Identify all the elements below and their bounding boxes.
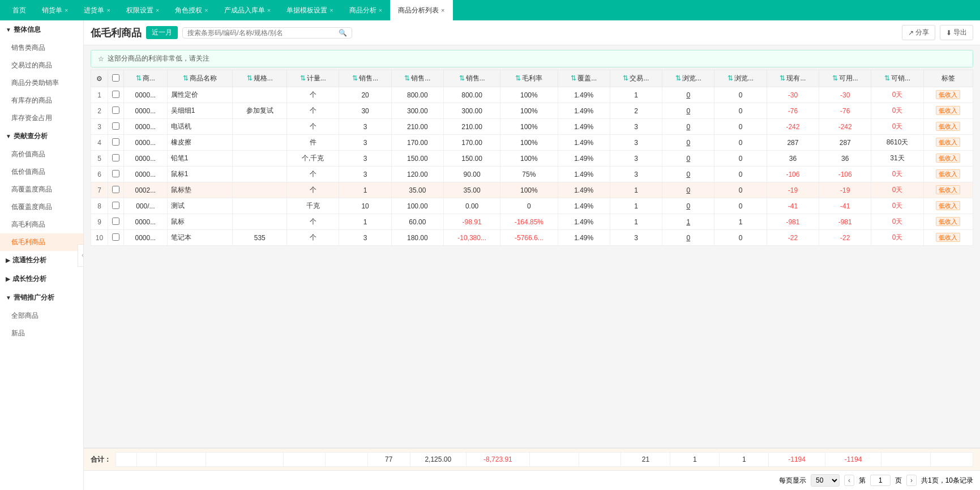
close-icon[interactable]: × — [156, 7, 159, 14]
row-code: 0002... — [124, 182, 168, 198]
col-sales-profit-header[interactable]: ⇅销售... — [444, 70, 500, 87]
main-layout: ▼ 整体信息 销售类商品 交易过的商品 商品分类助销率 有库存的商品 库存资金占… — [0, 20, 980, 490]
row-checkbox[interactable] — [108, 119, 124, 135]
select-all-checkbox[interactable] — [112, 74, 119, 82]
row-checkbox[interactable] — [108, 87, 124, 103]
row-tag: 低收入 — [923, 182, 973, 198]
col-coverage-header[interactable]: ⇅覆盖... — [558, 70, 610, 87]
next-page-button[interactable]: › — [906, 475, 917, 486]
col-settings[interactable]: ⚙ — [91, 70, 108, 87]
row-trade: 3 — [610, 119, 662, 135]
col-saleable-header[interactable]: ⇅可销... — [871, 70, 923, 87]
prev-page-button[interactable]: ‹ — [844, 475, 854, 486]
row-views1[interactable]: 0 — [662, 198, 714, 214]
row-gross-margin: 100% — [500, 151, 558, 167]
nav-product-analysis[interactable]: 商品分析 × — [341, 0, 390, 20]
sidebar-item-stock-products[interactable]: 有库存的商品 — [0, 92, 83, 109]
sidebar-item-high-margin[interactable]: 高毛利商品 — [0, 216, 83, 233]
nav-product-analysis-list[interactable]: 商品分析列表 × — [390, 0, 452, 20]
col-views1-header[interactable]: ⇅浏览... — [662, 70, 714, 87]
sidebar-collapse-button[interactable]: « — [78, 244, 84, 267]
col-code-header[interactable]: ⇅商... — [124, 70, 168, 87]
sidebar-item-stock-capital[interactable]: 库存资金占用 — [0, 109, 83, 127]
per-page-select[interactable]: 50 100 200 — [811, 474, 840, 487]
row-checkbox[interactable] — [108, 214, 124, 230]
sidebar-item-new-products[interactable]: 新品 — [0, 325, 83, 342]
row-views1[interactable]: 0 — [662, 151, 714, 167]
row-sales-price: 60.00 — [391, 214, 443, 230]
row-views1[interactable]: 1 — [662, 214, 714, 230]
page-number-input[interactable] — [870, 475, 891, 486]
sidebar-section-marketing[interactable]: ▼ 营销推广分析 — [0, 288, 83, 307]
sidebar-item-high-coverage[interactable]: 高覆盖度商品 — [0, 181, 83, 198]
row-views1[interactable]: 0 — [662, 87, 714, 103]
nav-permission-settings[interactable]: 权限设置 × — [118, 0, 167, 20]
row-num: 1 — [91, 87, 108, 103]
col-sales-count-header[interactable]: ⇅销售... — [339, 70, 391, 87]
row-sales-price: 150.00 — [391, 151, 443, 167]
row-views1[interactable]: 0 — [662, 167, 714, 182]
sidebar-section-overall[interactable]: ▼ 整体信息 — [0, 20, 83, 39]
col-tag-header[interactable]: 标签 — [923, 70, 973, 87]
sidebar-item-sales-products[interactable]: 销售类商品 — [0, 39, 83, 57]
nav-purchase-order[interactable]: 进货单 × — [76, 0, 118, 20]
settings-icon[interactable]: ⚙ — [96, 75, 102, 83]
sidebar-item-category-rate[interactable]: 商品分类助销率 — [0, 74, 83, 92]
sidebar-section-growth[interactable]: ▶ 成长性分析 — [0, 270, 83, 288]
nav-role-auth[interactable]: 角色授权 × — [167, 0, 216, 20]
close-icon[interactable]: × — [329, 7, 333, 14]
sidebar-section-liquidity[interactable]: ▶ 流通性分析 — [0, 251, 83, 270]
nav-product-storage[interactable]: 产成品入库单 × — [216, 0, 279, 20]
row-views1[interactable]: 0 — [662, 135, 714, 151]
row-sales-profit: 0.00 — [444, 198, 500, 214]
search-icon[interactable]: 🔍 — [339, 29, 347, 37]
col-name-header[interactable]: ⇅商品名称 — [167, 70, 233, 87]
col-available-header[interactable]: ⇅可用... — [819, 70, 871, 87]
col-sales-price-header[interactable]: ⇅销售... — [391, 70, 443, 87]
row-checkbox[interactable] — [108, 151, 124, 167]
nav-home[interactable]: 首页 — [5, 0, 34, 20]
sidebar-item-low-coverage[interactable]: 低覆盖度商品 — [0, 198, 83, 216]
col-spec-header[interactable]: ⇅规格... — [233, 70, 287, 87]
row-views1[interactable]: 0 — [662, 182, 714, 198]
col-current-header[interactable]: ⇅现有... — [767, 70, 819, 87]
sidebar-section-sku-analysis[interactable]: ▼ 类献查分析 — [0, 127, 83, 146]
sidebar-item-traded-products[interactable]: 交易过的商品 — [0, 57, 83, 74]
sidebar-item-all-products[interactable]: 全部商品 — [0, 307, 83, 325]
row-checkbox[interactable] — [108, 198, 124, 214]
row-available: -22 — [819, 230, 871, 246]
search-input[interactable] — [187, 29, 336, 37]
row-current: 287 — [767, 135, 819, 151]
row-checkbox[interactable] — [108, 182, 124, 198]
export-button[interactable]: ⬇ 导出 — [940, 25, 973, 40]
sidebar-item-low-value[interactable]: 低价值商品 — [0, 163, 83, 181]
time-filter-button[interactable]: 近一月 — [146, 26, 178, 39]
row-gross-margin: 100% — [500, 103, 558, 119]
col-trade-header[interactable]: ⇅交易... — [610, 70, 662, 87]
share-button[interactable]: ↗ 分享 — [902, 25, 935, 40]
col-unit-header[interactable]: ⇅计量... — [287, 70, 339, 87]
close-icon[interactable]: × — [106, 7, 110, 14]
row-checkbox[interactable] — [108, 230, 124, 246]
sidebar-item-low-margin[interactable]: 低毛利商品 — [0, 233, 83, 251]
sidebar-item-high-value[interactable]: 高价值商品 — [0, 146, 83, 163]
row-views1[interactable]: 0 — [662, 119, 714, 135]
table-header-row: ⚙ ⇅商... ⇅商品名称 ⇅规格... ⇅计量... ⇅销售... ⇅销售..… — [91, 70, 973, 87]
close-icon[interactable]: × — [65, 7, 68, 14]
close-icon[interactable]: × — [441, 7, 444, 14]
close-icon[interactable]: × — [379, 7, 382, 14]
row-sales-count: 3 — [339, 230, 391, 246]
nav-sales-order[interactable]: 销货单 × — [34, 0, 76, 20]
close-icon[interactable]: × — [204, 7, 208, 14]
row-views1[interactable]: 0 — [662, 103, 714, 119]
row-checkbox[interactable] — [108, 167, 124, 182]
row-num: 10 — [91, 230, 108, 246]
nav-template-settings[interactable]: 单据模板设置 × — [279, 0, 341, 20]
row-views1[interactable]: 0 — [662, 230, 714, 246]
close-icon[interactable]: × — [267, 7, 271, 14]
col-gross-margin-header[interactable]: ⇅毛利率 — [500, 70, 558, 87]
row-checkbox[interactable] — [108, 135, 124, 151]
col-views2-header[interactable]: ⇅浏览... — [714, 70, 767, 87]
table-row: 4 0000... 橡皮擦 件 3 170.00 170.00 100% 1.4… — [91, 135, 973, 151]
row-checkbox[interactable] — [108, 103, 124, 119]
